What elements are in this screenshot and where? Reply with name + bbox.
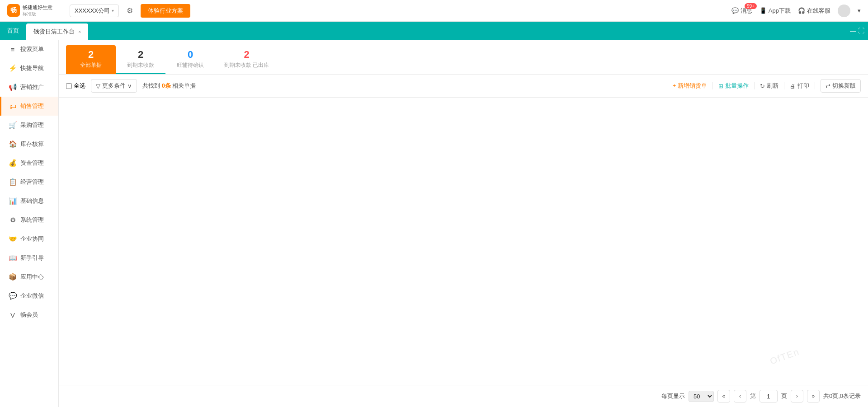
filter-dropdown-icon: ∨ (127, 83, 132, 89)
sidebar-item-vip[interactable]: V 畅会员 (0, 305, 58, 324)
filter-icon: ▽ (96, 83, 100, 89)
prev-page-button[interactable]: ‹ (734, 390, 746, 402)
tab-close-icon[interactable]: × (78, 29, 81, 34)
stat-tab-overdue-unpaid[interactable]: 2 到期未收款 (116, 45, 165, 74)
page-label: 第 (750, 392, 756, 400)
quick-nav-icon: ⚡ (9, 64, 17, 72)
per-page-label: 每页显示 (661, 392, 685, 400)
stat-tab-wangdian[interactable]: 0 旺辅待确认 (165, 45, 215, 74)
tab-maximize-button[interactable]: ⛶ (858, 27, 864, 34)
sidebar-label-vip: 畅会员 (20, 311, 38, 319)
found-text: 共找到 0条 相关单据 (142, 82, 196, 90)
next-page-icon: › (796, 393, 798, 399)
sidebar-item-basic-info[interactable]: 📊 基础信息 (0, 192, 58, 211)
logo-name: 畅捷通好生意 (23, 4, 52, 10)
inventory-icon: 🏠 (9, 140, 17, 148)
guide-icon: 📖 (9, 254, 17, 262)
select-all-label: 全选 (74, 82, 85, 90)
sidebar-label-marketing: 营销推广 (20, 83, 44, 91)
sidebar-label-search-menu: 搜索菜单 (20, 45, 44, 53)
found-count: 0条 (162, 82, 171, 89)
stat-tab-all[interactable]: 2 全部单据 (66, 45, 116, 74)
total-text: 共0页,0条记录 (823, 392, 861, 400)
settings-button[interactable]: ⚙ (123, 4, 137, 18)
stat-number-all: 2 (75, 49, 107, 61)
stat-label-overdue: 到期未收款 (125, 61, 156, 69)
dropdown-arrow-icon: ▾ (112, 8, 114, 13)
sidebar-item-finance[interactable]: 💰 资金管理 (0, 154, 58, 173)
search-menu-icon: ≡ (9, 46, 17, 53)
user-name[interactable]: ▾ (858, 7, 861, 14)
sidebar-item-inventory[interactable]: 🏠 库存核算 (0, 135, 58, 154)
operations-icon: 📋 (9, 178, 17, 186)
refresh-button[interactable]: ↻ 刷新 (760, 82, 778, 90)
select-all-area[interactable]: 全选 (66, 82, 85, 90)
message-button[interactable]: 💬 消息 99+ (731, 7, 752, 15)
print-button[interactable]: 🖨 打印 (790, 82, 809, 90)
app-center-icon: 📦 (9, 273, 17, 281)
avatar[interactable] (838, 5, 850, 17)
sidebar: ≡ 搜索菜单 ⚡ 快捷导航 📢 营销推广 🏷 销售管理 🛒 采购管理 🏠 库存核… (0, 40, 59, 407)
sidebar-item-search-menu[interactable]: ≡ 搜索菜单 (0, 40, 58, 59)
next-page-button[interactable]: › (791, 390, 803, 402)
online-service-button[interactable]: 🎧 在线客服 (798, 7, 830, 15)
sidebar-item-app-center[interactable]: 📦 应用中心 (0, 267, 58, 286)
service-icon: 🎧 (798, 7, 805, 14)
stat-tab-overdue-out[interactable]: 2 到期未收款 已出库 (215, 45, 278, 74)
select-all-checkbox[interactable] (66, 83, 72, 89)
prev-page-icon: ‹ (739, 393, 741, 399)
last-page-button[interactable]: » (807, 390, 820, 402)
enterprise-wx-icon: 💬 (9, 292, 17, 300)
stat-label-all: 全部单据 (75, 61, 107, 69)
per-page-select[interactable]: 50 20 100 (689, 391, 714, 402)
sidebar-item-enterprise-wx[interactable]: 💬 企业微信 (0, 286, 58, 305)
sidebar-item-quick-nav[interactable]: ⚡ 快捷导航 (0, 59, 58, 78)
page-label2: 页 (781, 392, 787, 400)
sidebar-item-sales[interactable]: 🏷 销售管理 (0, 97, 58, 116)
content-area: 2 全部单据 2 到期未收款 0 旺辅待确认 2 到期未收款 已出库 全选 (59, 40, 868, 407)
logo-area: 畅 畅捷通好生意 标准版 (7, 4, 66, 17)
switch-version-button[interactable]: ⇄ 切换新版 (821, 79, 861, 93)
stat-label-wangdian: 旺辅待确认 (175, 61, 206, 69)
trial-button[interactable]: 体验行业方案 (141, 4, 190, 18)
pagination-bar: 每页显示 50 20 100 « ‹ 第 页 › » 共0页,0条记录 (59, 385, 868, 407)
table-area (59, 98, 868, 385)
sidebar-item-operations[interactable]: 📋 经营管理 (0, 173, 58, 192)
tab-qianhuo[interactable]: 钱货日清工作台 × (26, 23, 88, 40)
basic-info-icon: 📊 (9, 197, 17, 205)
finance-icon: 💰 (9, 159, 17, 167)
message-badge: 99+ (745, 3, 757, 9)
sidebar-label-guide: 新手引导 (20, 254, 44, 262)
first-page-button[interactable]: « (717, 390, 730, 402)
toolbar-divider-1 (712, 82, 713, 89)
company-name: XXXXXX公司 (75, 7, 110, 15)
sidebar-label-basic-info: 基础信息 (20, 197, 44, 205)
company-selector[interactable]: XXXXXX公司 ▾ (70, 5, 119, 17)
sidebar-item-marketing[interactable]: 📢 营销推广 (0, 78, 58, 97)
tab-home[interactable]: 首页 (0, 22, 26, 40)
switch-icon: ⇄ (826, 83, 830, 89)
sidebar-item-system[interactable]: ⚙ 系统管理 (0, 211, 58, 229)
first-page-icon: « (722, 393, 726, 399)
marketing-icon: 📢 (9, 83, 17, 91)
filter-button[interactable]: ▽ 更多条件 ∨ (91, 79, 137, 93)
message-icon: 💬 (731, 7, 739, 14)
sales-icon: 🏷 (9, 103, 17, 110)
top-header: 畅 畅捷通好生意 标准版 XXXXXX公司 ▾ ⚙ 体验行业方案 💬 消息 99… (0, 0, 868, 22)
toolbar-right: + 新增销货单 ⊞ 批量操作 ↻ 刷新 🖨 打印 ⇄ (673, 79, 861, 93)
toolbar-divider-3 (784, 82, 784, 89)
sidebar-item-enterprise[interactable]: 🤝 企业协同 (0, 229, 58, 248)
new-sale-button[interactable]: + 新增销货单 (673, 82, 707, 90)
main-layout: ≡ 搜索菜单 ⚡ 快捷导航 📢 营销推广 🏷 销售管理 🛒 采购管理 🏠 库存核… (0, 40, 868, 407)
app-download-button[interactable]: 📱 App下载 (760, 7, 791, 15)
sidebar-item-guide[interactable]: 📖 新手引导 (0, 248, 58, 267)
page-input[interactable] (760, 390, 778, 402)
print-icon: 🖨 (790, 83, 796, 89)
stat-label-overdue-out: 到期未收款 已出库 (224, 61, 269, 69)
batch-ops-button[interactable]: ⊞ 批量操作 (718, 82, 749, 90)
stat-number-wangdian: 0 (175, 49, 206, 61)
sidebar-item-purchase[interactable]: 🛒 采购管理 (0, 116, 58, 135)
enterprise-icon: 🤝 (9, 235, 17, 243)
purchase-icon: 🛒 (9, 121, 17, 129)
tab-minimize-button[interactable]: — (850, 27, 856, 34)
